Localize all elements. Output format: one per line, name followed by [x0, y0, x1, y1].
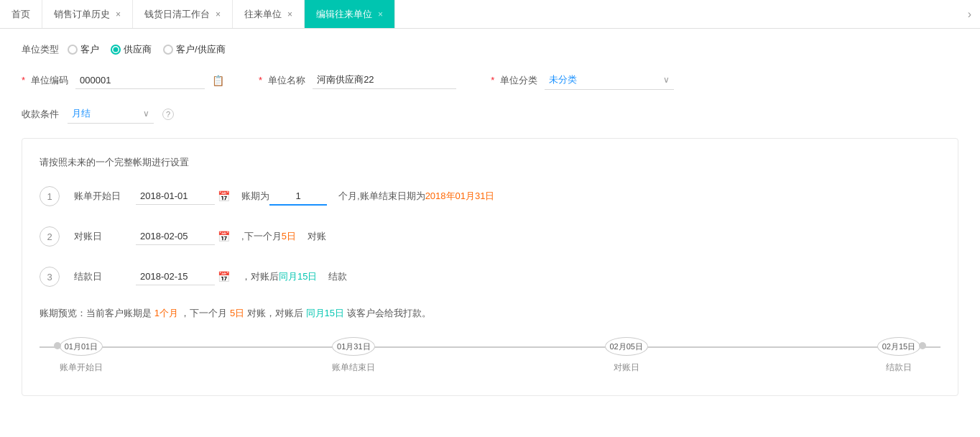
unit-code-icon[interactable]: 📋: [212, 75, 224, 86]
timeline-label-3: 对账日: [614, 362, 639, 374]
timeline-start-dot: [54, 342, 61, 349]
step-2-calendar-icon[interactable]: 📅: [218, 231, 230, 242]
timeline-date-3: 02月05日: [605, 337, 648, 356]
payment-terms-row: 收款条件 月结 ∨ ?: [22, 104, 958, 124]
radio-supplier-label: 供应商: [124, 43, 152, 56]
step-2-label: 对账日: [74, 230, 124, 243]
step-1-end-date: 2018年01月31日: [425, 190, 495, 203]
step-2-desc-prefix: ,下一个月: [241, 230, 282, 243]
radio-customer-circle: [68, 45, 78, 55]
unit-type-row: 单位类型 客户 供应商 客户/供应商: [22, 43, 958, 56]
unit-code-star: *: [22, 75, 25, 86]
unit-name-label: 单位名称: [268, 74, 305, 87]
preview-text-3: 该客户会给我打款。: [347, 308, 431, 318]
unit-name-star: *: [259, 75, 262, 86]
timeline-date-4: 02月15日: [877, 337, 920, 356]
close-tab-edit-partner[interactable]: ×: [378, 9, 383, 19]
payment-terms-label: 收款条件: [22, 108, 59, 121]
unit-category-group: * 单位分类 未分类 ∨: [491, 70, 674, 90]
close-tab-sales-history[interactable]: ×: [116, 9, 121, 19]
step-3-row: 3 结款日 📅 ，对账后 同月15日 结款: [40, 267, 940, 287]
unit-category-dropdown[interactable]: 未分类 ∨: [545, 70, 674, 90]
preview-highlight-1: 1个月: [154, 308, 178, 318]
unit-info-row: * 单位编码 📋 * 单位名称 * 单位分类 未分类 ∨: [22, 70, 958, 90]
unit-code-label: 单位编码: [31, 74, 68, 87]
timeline-node-4: 02月15日 结款日: [877, 337, 920, 374]
tab-more-button[interactable]: ›: [959, 8, 980, 21]
step-1-row: 1 账单开始日 📅 账期为 个月,账单结束日期为 2018年01月31日: [40, 186, 940, 206]
step-1-label: 账单开始日: [74, 190, 124, 203]
step-3-calendar-icon[interactable]: 📅: [218, 271, 230, 282]
step-3-desc-suffix: 结款: [328, 270, 347, 283]
unit-category-arrow: ∨: [663, 75, 670, 85]
period-settings-section: 请按照未来的一个完整帐期进行设置 1 账单开始日 📅 账期为 个月,账单结束日期…: [22, 138, 958, 396]
radio-supplier[interactable]: 供应商: [111, 43, 152, 56]
tab-sales-history[interactable]: 销售订单历史 ×: [42, 0, 133, 28]
step-1-desc-suffix: 个月,账单结束日期为: [338, 190, 425, 203]
step-3-date-input[interactable]: [136, 268, 215, 285]
radio-cs-label: 客户/供应商: [176, 43, 226, 56]
step-2-day-highlight: 5日: [282, 230, 296, 243]
payment-terms-dropdown[interactable]: 月结 ∨: [68, 104, 154, 124]
step-1-desc-prefix: 账期为: [241, 190, 269, 203]
step-1-calendar-icon[interactable]: 📅: [218, 190, 230, 202]
timeline-label-1: 账单开始日: [60, 362, 103, 374]
period-input[interactable]: [269, 188, 327, 206]
tab-home[interactable]: 首页: [0, 0, 42, 28]
timeline-date-1: 01月01日: [60, 337, 103, 356]
radio-customer-supplier[interactable]: 客户/供应商: [163, 43, 226, 56]
step-2-date-input[interactable]: [136, 228, 215, 245]
payment-terms-help-icon[interactable]: ?: [162, 109, 174, 120]
radio-supplier-circle: [111, 45, 121, 55]
step-2-desc-suffix: 对账: [308, 230, 326, 243]
tab-partners[interactable]: 往来单位 ×: [233, 0, 305, 28]
unit-type-label: 单位类型: [22, 43, 59, 56]
unit-category-value: 未分类: [549, 73, 660, 86]
radio-customer-label: 客户: [80, 43, 99, 56]
preview-text-1: ，下一个月: [180, 308, 227, 318]
payment-terms-value: 月结: [72, 107, 140, 120]
unit-type-radio-group: 客户 供应商 客户/供应商: [68, 43, 226, 56]
section-hint: 请按照未来的一个完整帐期进行设置: [40, 156, 940, 169]
radio-cs-circle: [163, 45, 173, 55]
step-2-number: 2: [40, 226, 60, 247]
tab-daily-work[interactable]: 钱货日清工作台 ×: [133, 0, 233, 28]
unit-code-input[interactable]: [75, 72, 205, 89]
timeline-date-2: 01月31日: [332, 337, 375, 356]
timeline-container: 01月01日 账单开始日 01月31日 账单结束日 02月05日 对账日 02月…: [40, 337, 940, 374]
preview-highlight-2: 5日: [230, 308, 244, 318]
preview-row: 账期预览：当前客户账期是 1个月 ，下一个月 5日 对账，对账后 同月15日 该…: [40, 307, 940, 320]
unit-name-group: * 单位名称: [259, 72, 456, 89]
timeline-end-dot: [919, 342, 926, 349]
preview-text-2: 对账，对账后: [247, 308, 303, 318]
step-1-date-input[interactable]: [136, 188, 215, 205]
timeline-label-4: 结款日: [886, 362, 912, 374]
close-tab-partners[interactable]: ×: [287, 9, 292, 19]
unit-category-label: 单位分类: [500, 74, 537, 87]
step-3-number: 3: [40, 267, 60, 287]
timeline-items: 01月01日 账单开始日 01月31日 账单结束日 02月05日 对账日 02月…: [54, 337, 926, 374]
timeline-node-2: 01月31日 账单结束日: [332, 337, 375, 374]
step-3-desc-prefix: ，对账后: [241, 270, 279, 283]
timeline-node-3: 02月05日 对账日: [605, 337, 648, 374]
preview-label: 账期预览：当前客户账期是: [40, 308, 152, 318]
radio-customer[interactable]: 客户: [68, 43, 99, 56]
preview-highlight-3: 同月15日: [306, 308, 344, 318]
unit-name-input[interactable]: [313, 72, 456, 89]
step-3-label: 结款日: [74, 270, 124, 283]
page-content: 单位类型 客户 供应商 客户/供应商 * 单位编码 📋 * 单位名称: [0, 29, 980, 437]
unit-code-group: * 单位编码 📋: [22, 72, 224, 89]
timeline-node-1: 01月01日 账单开始日: [60, 337, 103, 374]
step-1-number: 1: [40, 186, 60, 206]
tab-edit-partner[interactable]: 编辑往来单位 ×: [305, 0, 395, 28]
payment-terms-arrow: ∨: [143, 109, 149, 119]
step-2-row: 2 对账日 📅 ,下一个月 5日 对账: [40, 226, 940, 247]
tab-bar: 首页 销售订单历史 × 钱货日清工作台 × 往来单位 × 编辑往来单位 × ›: [0, 0, 980, 29]
step-3-day-highlight: 同月15日: [279, 270, 317, 283]
timeline-label-2: 账单结束日: [332, 362, 375, 374]
close-tab-daily-work[interactable]: ×: [216, 9, 221, 19]
unit-category-star: *: [491, 75, 494, 86]
